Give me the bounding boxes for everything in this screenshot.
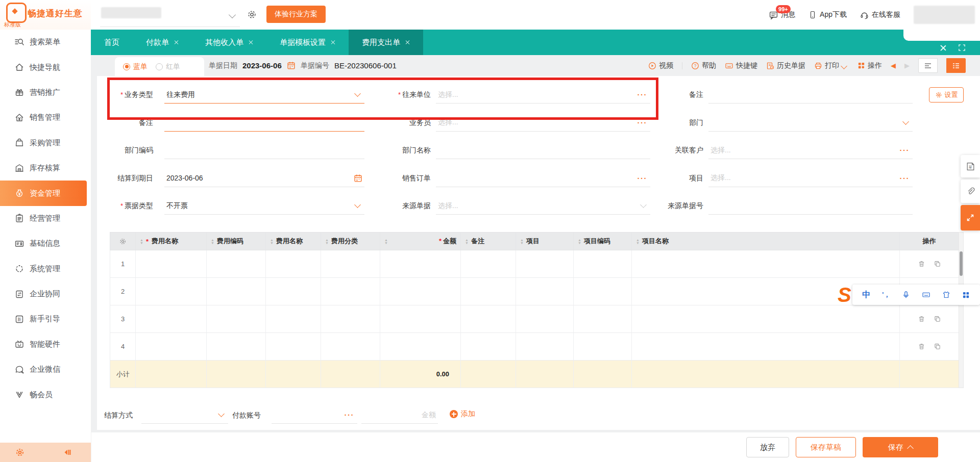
table-cell[interactable] xyxy=(136,333,207,360)
messages-button[interactable]: 消息 99+ xyxy=(769,10,795,19)
table-cell[interactable] xyxy=(321,305,380,332)
add-payment-button[interactable]: 添加 xyxy=(450,409,475,419)
red-doc-radio[interactable]: 红单 xyxy=(156,62,180,71)
table-cell[interactable] xyxy=(380,250,461,277)
next-doc-icon[interactable]: ▶ xyxy=(904,62,910,69)
business-type-select[interactable]: 往来费用 xyxy=(164,86,364,104)
sidebar-item-system[interactable]: 系统管理 xyxy=(0,256,91,281)
help-button[interactable]: ?帮助 xyxy=(691,61,716,70)
salesperson-picker[interactable]: 选择...··· xyxy=(436,114,650,132)
print-button[interactable]: 打印 xyxy=(814,61,849,70)
payment-amount-input[interactable]: 金额 xyxy=(361,406,438,424)
tab-close-icon[interactable] xyxy=(405,40,410,45)
table-cell[interactable] xyxy=(574,250,632,277)
col-header-amount[interactable]: *金额 xyxy=(380,233,461,250)
attachment-button[interactable] xyxy=(961,179,980,203)
keyboard-icon[interactable] xyxy=(922,291,930,299)
table-cell[interactable] xyxy=(266,250,321,277)
save-draft-button[interactable]: 保存草稿 xyxy=(796,437,856,457)
form-view-toggle[interactable] xyxy=(946,58,966,73)
table-cell[interactable] xyxy=(574,278,632,305)
expand-panel-button[interactable] xyxy=(961,205,980,230)
sidebar-item-wecom[interactable]: 企业微信 xyxy=(0,357,91,382)
counterparty-picker[interactable]: 选择...··· xyxy=(436,86,650,104)
table-cell[interactable] xyxy=(207,333,266,360)
skin-shirt-icon[interactable] xyxy=(942,291,950,299)
table-scrollbar[interactable] xyxy=(959,232,964,388)
table-cell[interactable] xyxy=(266,278,321,305)
online-service-button[interactable]: 在线客服 xyxy=(860,10,900,19)
table-cell[interactable] xyxy=(266,333,321,360)
tab-template-settings[interactable]: 单据模板设置 xyxy=(266,30,349,55)
sidebar-item-newbie-guide[interactable]: 新 新手引导 xyxy=(0,306,91,331)
sidebar-item-quick-nav[interactable]: 快捷导航 xyxy=(0,55,91,80)
table-cell[interactable] xyxy=(207,278,266,305)
user-account-redacted[interactable] xyxy=(914,6,975,24)
table-cell[interactable] xyxy=(321,278,380,305)
sidebar-item-funds[interactable]: 资金管理 xyxy=(0,181,87,206)
table-cell[interactable] xyxy=(136,305,207,332)
table-cell[interactable] xyxy=(516,333,574,360)
shortcut-keys-button[interactable]: 快捷键 xyxy=(725,61,757,70)
prev-doc-icon[interactable]: ◀ xyxy=(891,62,896,69)
table-cell[interactable] xyxy=(516,278,574,305)
table-cell[interactable] xyxy=(461,305,516,332)
tab-close-icon[interactable] xyxy=(330,40,335,45)
table-cell[interactable] xyxy=(380,305,461,332)
ime-punctuation-toggle[interactable]: '， xyxy=(882,290,890,299)
sidebar-item-smart-hardware[interactable]: 智能硬件 xyxy=(0,332,91,357)
delete-row-icon[interactable] xyxy=(918,315,925,323)
sidebar-item-sales[interactable]: 销售管理 xyxy=(0,105,91,130)
delete-row-icon[interactable] xyxy=(918,260,925,268)
ime-lang-toggle[interactable]: 中 xyxy=(862,290,870,300)
table-cell[interactable] xyxy=(136,278,207,305)
table-cell[interactable] xyxy=(380,333,461,360)
settlement-method-select[interactable] xyxy=(141,406,228,424)
table-cell[interactable] xyxy=(461,333,516,360)
sogou-logo-icon[interactable]: S xyxy=(838,284,851,306)
table-cell[interactable] xyxy=(516,305,574,332)
table-cell[interactable] xyxy=(461,250,516,277)
table-cell[interactable] xyxy=(207,305,266,332)
trial-plan-button[interactable]: 体验行业方案 xyxy=(266,6,326,23)
form-settings-button[interactable]: 设置 xyxy=(929,87,964,102)
table-settings-icon[interactable] xyxy=(110,233,136,250)
table-cell[interactable] xyxy=(632,333,900,360)
settle-due-date-picker[interactable]: 2023-06-06 xyxy=(164,170,364,187)
tab-payment-doc[interactable]: 付款单 xyxy=(133,30,192,55)
draft-box-button[interactable]: 草 xyxy=(961,155,980,177)
tab-home[interactable]: 首页 xyxy=(91,30,133,55)
source-doc-select[interactable]: 选择... xyxy=(436,197,650,215)
sidebar-item-search-menu[interactable]: 搜索菜单 xyxy=(0,30,91,55)
sidebar-item-collaboration[interactable]: 企业协同 xyxy=(0,281,91,306)
col-header-project-code[interactable]: 项目编码 xyxy=(574,233,632,250)
sidebar-item-marketing[interactable]: 营销推广 xyxy=(0,80,91,105)
dept-name-input[interactable] xyxy=(436,142,650,159)
sidebar-item-operations[interactable]: 经营管理 xyxy=(0,206,91,231)
close-all-tabs-icon[interactable] xyxy=(940,44,947,52)
operate-button[interactable]: 操作 xyxy=(857,61,882,70)
table-cell[interactable] xyxy=(207,250,266,277)
list-view-toggle[interactable] xyxy=(918,58,938,73)
invoice-type-select[interactable]: 不开票 xyxy=(164,197,364,215)
dept-code-input[interactable] xyxy=(164,142,364,159)
table-cell[interactable] xyxy=(632,250,900,277)
table-cell[interactable] xyxy=(321,333,380,360)
tab-close-icon[interactable] xyxy=(174,40,179,45)
col-header-project-name[interactable]: 项目名称 xyxy=(632,233,900,250)
settings-gear-icon[interactable] xyxy=(15,448,24,457)
col-header-expense-category[interactable]: 费用分类 xyxy=(321,233,380,250)
tab-other-income-doc[interactable]: 其他收入单 xyxy=(192,30,266,55)
blue-doc-radio[interactable]: 蓝单 xyxy=(123,62,148,71)
sidebar-item-membership[interactable]: 畅会员 xyxy=(0,382,91,407)
video-button[interactable]: 视频 xyxy=(648,61,673,70)
doc-date-value[interactable]: 2023-06-06 xyxy=(242,61,282,70)
save-button[interactable]: 保存 xyxy=(863,437,938,457)
microphone-icon[interactable] xyxy=(902,291,910,299)
history-docs-button[interactable]: 历史单据 xyxy=(766,61,805,70)
copy-row-icon[interactable] xyxy=(934,343,941,350)
col-header-expense-name[interactable]: *费用名称 xyxy=(136,233,207,250)
sidebar-item-purchasing[interactable]: 采购管理 xyxy=(0,131,91,156)
col-header-expense-name2[interactable]: 费用名称 xyxy=(266,233,321,250)
remark-input[interactable] xyxy=(164,114,364,132)
